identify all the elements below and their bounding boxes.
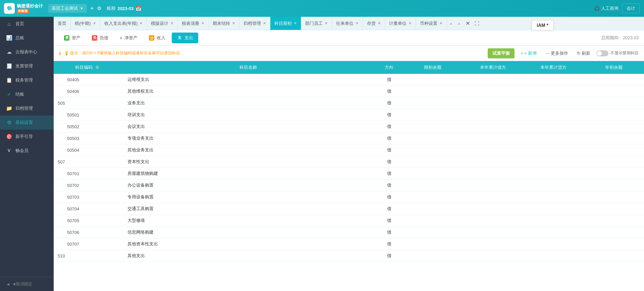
- table-row[interactable]: 50504 其他业务支出 借: [54, 144, 644, 156]
- table-row[interactable]: 50701 房屋建筑物购建 借: [54, 168, 644, 180]
- calculate-button[interactable]: 试算平衡: [488, 48, 515, 58]
- sub-tab-income[interactable]: @ 收入: [144, 33, 170, 43]
- tab-tax-list[interactable]: 税表清册 ✕: [178, 17, 209, 30]
- cell-balance: [402, 227, 463, 238]
- toggle-switch-control[interactable]: [596, 50, 608, 56]
- hint-text: 💡 提示：按Ctrl + F键并输入科目编码或者科目名称可以查找科目。: [64, 50, 484, 56]
- tab-close-icon[interactable]: ✕: [140, 21, 143, 26]
- sub-tab-net-assets[interactable]: ≡ 净资产: [115, 33, 143, 43]
- cell-name: 其他维权支出: [121, 86, 376, 97]
- sidebar-item-settings[interactable]: ⚙ 基础设置: [0, 115, 54, 130]
- table-row[interactable]: 50704 交通工具购置 借: [54, 203, 644, 215]
- cell-debit: [463, 97, 523, 109]
- tab-close-icon[interactable]: ✕: [232, 21, 235, 26]
- tab-template[interactable]: 模版设计 ✕: [147, 17, 178, 30]
- table-row[interactable]: 50502 会议支出 借: [54, 121, 644, 133]
- content-area: 首页 税(中期) ✕ 收入支出表(年报) ✕ 模版设计 ✕ 税表清册 ✕: [54, 17, 644, 291]
- tab-unit[interactable]: 计量单位 ✕: [385, 17, 416, 30]
- cell-name: 交通工具购置: [121, 203, 376, 215]
- table-row[interactable]: 510 其他支出 借: [54, 250, 644, 262]
- tab-tax-mid[interactable]: 税(中期) ✕: [71, 17, 100, 30]
- tab-subject-initial[interactable]: 科目期初 ✕: [270, 17, 301, 30]
- cell-balance: [402, 86, 463, 97]
- sidebar-item-report-center[interactable]: ☁ 云报表中心: [0, 45, 54, 59]
- sidebar: ⌂ 首页 📊 总账 ☁ 云报表中心 🧾 发票管理 📋 税务管理 ✓ 结账: [0, 17, 54, 291]
- tab-close-icon[interactable]: ✕: [439, 21, 442, 26]
- tab-close-icon[interactable]: ✕: [201, 21, 204, 26]
- sidebar-item-guide[interactable]: 🎯 新手引导: [0, 130, 54, 144]
- tab-close-icon[interactable]: ✕: [93, 21, 96, 26]
- cell-code: 50705: [54, 215, 121, 227]
- table-row[interactable]: 50702 办公设备购置 借: [54, 180, 644, 191]
- sidebar-item-checkout[interactable]: ✓ 结账: [0, 87, 54, 101]
- sidebar-item-tax[interactable]: 📋 税务管理: [0, 73, 54, 87]
- tab-close-icon[interactable]: ✕: [325, 21, 328, 26]
- cell-code: 510: [54, 250, 121, 262]
- account-button[interactable]: 会计: [622, 3, 640, 13]
- toggle-disabled-subjects[interactable]: 不显示禁用科目: [596, 50, 639, 56]
- col-header-balance: 期初余额: [402, 61, 463, 74]
- cell-name: 运维维支出: [121, 74, 376, 86]
- tab-close-icon[interactable]: ✕: [294, 21, 297, 26]
- table-row[interactable]: 50501 培训支出 借: [54, 109, 644, 121]
- cell-direction: 借: [376, 180, 402, 191]
- table-row[interactable]: 507 资本性支出 借: [54, 156, 644, 168]
- sidebar-collapse-btn[interactable]: ◄ ◄取消固定: [0, 277, 54, 291]
- cloud-icon: ☁: [6, 49, 12, 55]
- tab-dept-staff[interactable]: 部门员工 ✕: [301, 17, 332, 30]
- tab-close-all-button[interactable]: ✕: [463, 17, 472, 30]
- tab-period-transfer[interactable]: 期末结转 ✕: [209, 17, 239, 30]
- tab-close-icon[interactable]: ✕: [378, 21, 381, 26]
- tab-close-icon[interactable]: ✕: [356, 21, 359, 26]
- column-settings-icon[interactable]: ⚙: [95, 65, 99, 70]
- cell-debit: [463, 74, 523, 86]
- tab-next-button[interactable]: ›: [455, 17, 463, 30]
- sidebar-item-archive[interactable]: 📁 归档管理: [0, 101, 54, 115]
- cell-direction: 借: [376, 191, 402, 203]
- tab-income-annual[interactable]: 收入支出表(年报) ✕: [100, 17, 147, 30]
- cell-year-balance: [584, 86, 644, 97]
- settings-icon[interactable]: ⚙: [97, 5, 101, 11]
- sub-tab-expense[interactable]: 支 支出: [172, 33, 198, 43]
- tab-close-icon[interactable]: ✕: [263, 21, 266, 26]
- cell-credit: [523, 121, 584, 133]
- table-row[interactable]: 50406 其他维权支出 借: [54, 86, 644, 97]
- project-selector[interactable]: 基层工会测试 ▼: [48, 4, 87, 13]
- sub-tab-liability[interactable]: 负 负债: [87, 33, 113, 43]
- table-container[interactable]: 科目编码 ⚙ 科目名称 方向 期初余额 本年累计借方 本年累计贷方 年初余额: [54, 61, 644, 291]
- table-row[interactable]: 50703 专用设备购置 借: [54, 191, 644, 203]
- dropdown-arrow-icon: ▼: [80, 6, 84, 10]
- help-button[interactable]: 🎧 人工咨询: [594, 5, 619, 11]
- cell-debit: [463, 250, 523, 262]
- cell-credit: [523, 74, 584, 86]
- tab-prev-button[interactable]: ‹: [447, 17, 455, 30]
- tab-contacts[interactable]: 往来单位 ✕: [332, 17, 363, 30]
- table-row[interactable]: 50707 其他资本性支出 借: [54, 238, 644, 250]
- sidebar-item-member[interactable]: V 畅会员: [0, 144, 54, 158]
- table-row[interactable]: 50705 大型修缮 借: [54, 215, 644, 227]
- sidebar-item-general-ledger[interactable]: 📊 总账: [0, 31, 54, 45]
- cell-year-balance: [584, 250, 644, 262]
- tab-archive[interactable]: 归档管理 ✕: [239, 17, 270, 30]
- sidebar-item-invoice[interactable]: 🧾 发票管理: [0, 59, 54, 73]
- add-project-icon[interactable]: +: [90, 5, 94, 12]
- tab-home[interactable]: 首页: [54, 17, 71, 30]
- more-actions-button[interactable]: ⋯ 更多操作: [543, 48, 571, 58]
- tab-expand-button[interactable]: ⛶: [472, 17, 482, 30]
- tab-currency[interactable]: 币种设置 ✕: [416, 17, 447, 30]
- cell-code: 50501: [54, 109, 121, 121]
- table-row[interactable]: 505 业务支出 借: [54, 97, 644, 109]
- cell-credit: [523, 238, 584, 250]
- table-row[interactable]: 50706 信息网络购建 借: [54, 227, 644, 238]
- tab-close-icon[interactable]: ✕: [170, 21, 173, 26]
- calendar-icon[interactable]: 📅: [136, 6, 141, 11]
- tab-inventory[interactable]: 存货 ✕: [363, 17, 385, 30]
- table-row[interactable]: 50503 专项业务支出 借: [54, 133, 644, 144]
- add-button[interactable]: + + 新增: [518, 48, 539, 58]
- table-row[interactable]: 50405 运维维支出 借: [54, 74, 644, 86]
- sidebar-item-home[interactable]: ⌂ 首页: [0, 17, 54, 31]
- tab-close-icon[interactable]: ✕: [409, 21, 412, 26]
- sub-tab-asset[interactable]: 资 资产: [59, 33, 86, 43]
- refresh-button[interactable]: ↻ 刷新: [574, 48, 593, 58]
- cell-credit: [523, 86, 584, 97]
